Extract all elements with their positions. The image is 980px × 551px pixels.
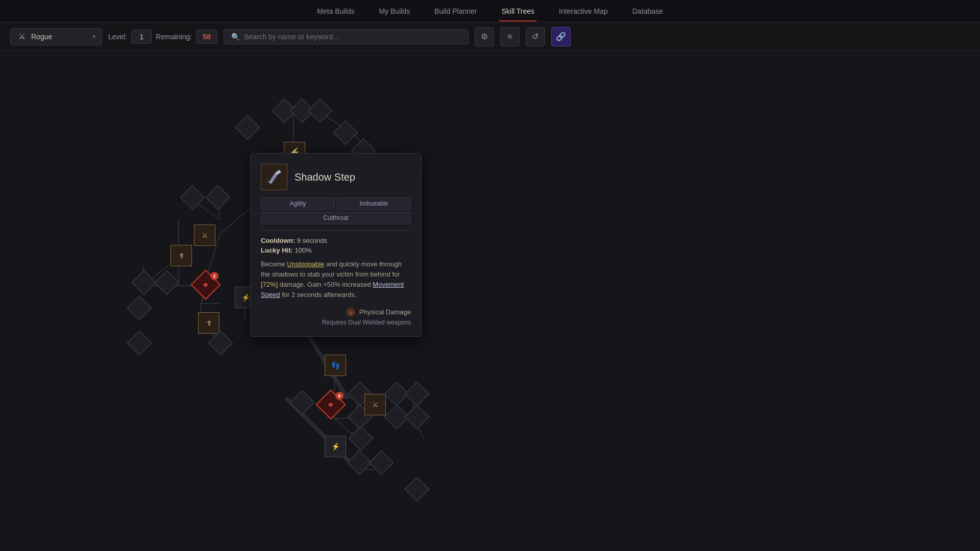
tooltip-tag-agility: Agility bbox=[261, 197, 335, 210]
chevron-down-icon: ▾ bbox=[93, 34, 95, 39]
skill-node[interactable]: 🗡 bbox=[170, 245, 192, 266]
physical-damage-icon: ☠ bbox=[346, 308, 355, 317]
reset-icon: ↺ bbox=[532, 32, 538, 41]
skill-node[interactable] bbox=[408, 385, 426, 403]
skill-node[interactable] bbox=[239, 119, 256, 136]
skill-node[interactable] bbox=[131, 334, 148, 352]
nav-database[interactable]: Database bbox=[630, 7, 665, 15]
shadow-step-node[interactable]: 👣 bbox=[325, 355, 346, 376]
top-nav: Meta Builds My Builds Build Planner Skil… bbox=[0, 0, 980, 22]
skill-node[interactable] bbox=[135, 274, 153, 291]
class-selector[interactable]: ⚔ Rogue ▾ bbox=[10, 28, 102, 45]
skill-node[interactable] bbox=[352, 430, 370, 447]
svg-text:☠: ☠ bbox=[349, 310, 352, 315]
rogue-class-icon: ⚔ bbox=[17, 32, 27, 42]
skill-node[interactable] bbox=[408, 481, 426, 498]
tooltip-description: Become Unstoppable and quickly move thro… bbox=[261, 259, 411, 300]
nav-meta-builds[interactable]: Meta Builds bbox=[315, 7, 356, 15]
list-button[interactable]: ≡ bbox=[500, 27, 520, 46]
skill-tooltip: Shadow Step Agility Imbueable Cutthroat … bbox=[250, 153, 422, 337]
tooltip-cooldown: Cooldown: 9 seconds bbox=[261, 237, 411, 244]
reset-button[interactable]: ↺ bbox=[526, 27, 545, 46]
tooltip-footer: ☠ Physical Damage Requires Dual Wielded … bbox=[261, 308, 411, 326]
tooltip-bracket-value: [72%] bbox=[261, 281, 278, 288]
skill-node[interactable] bbox=[209, 189, 227, 206]
skill-node[interactable] bbox=[293, 394, 311, 411]
nav-build-planner[interactable]: Build Planner bbox=[432, 7, 479, 15]
link-button[interactable]: 🔗 bbox=[551, 27, 571, 46]
tooltip-desc-before: Become bbox=[261, 260, 287, 268]
tooltip-tag-imbueable: Imbueable bbox=[337, 197, 411, 210]
list-icon: ≡ bbox=[507, 32, 512, 41]
skill-node[interactable] bbox=[337, 124, 354, 141]
search-input[interactable] bbox=[244, 33, 461, 41]
level-value: 1 bbox=[131, 30, 152, 44]
class-label: Rogue bbox=[31, 33, 89, 41]
filter-button[interactable]: ⚙ bbox=[475, 27, 494, 46]
remaining-label: Remaining: bbox=[156, 33, 192, 41]
nav-skill-trees[interactable]: Skill Trees bbox=[499, 7, 536, 15]
tooltip-damage-label: Physical Damage bbox=[359, 308, 411, 316]
level-section: Level: 1 Remaining: 58 bbox=[108, 30, 217, 44]
tooltip-desc-mid: damage. Gain +50% increased bbox=[278, 281, 373, 288]
skill-node[interactable] bbox=[388, 408, 405, 425]
search-icon: 🔍 bbox=[231, 33, 240, 41]
tooltip-damage-type: ☠ Physical Damage bbox=[346, 308, 411, 317]
tooltip-tag-cutthroat: Cutthroat bbox=[261, 212, 411, 224]
skill-node[interactable] bbox=[158, 274, 176, 291]
level-label: Level: bbox=[108, 33, 127, 41]
nav-my-builds[interactable]: My Builds bbox=[377, 7, 412, 15]
skill-node[interactable]: 🗡 bbox=[198, 312, 219, 334]
skill-node[interactable] bbox=[311, 102, 329, 119]
link-icon: 🔗 bbox=[556, 32, 566, 41]
active-skill-node[interactable]: ❖ 2 bbox=[195, 274, 216, 295]
tooltip-title: Shadow Step bbox=[295, 171, 355, 183]
skill-node[interactable] bbox=[184, 189, 201, 206]
tooltip-header: Shadow Step bbox=[261, 164, 411, 190]
tooltip-unstoppable-link: Unstoppable bbox=[287, 260, 324, 268]
filter-icon: ⚙ bbox=[481, 32, 488, 41]
toolbar: ⚔ Rogue ▾ Level: 1 Remaining: 58 🔍 ⚙ ≡ ↺… bbox=[0, 22, 980, 51]
tooltip-lucky-hit: Lucky Hit: 100% bbox=[261, 246, 411, 254]
tooltip-requires: Requires Dual Wielded weapons bbox=[322, 319, 411, 326]
tooltip-divider bbox=[261, 230, 411, 231]
remaining-value: 58 bbox=[196, 30, 217, 44]
active-skill-node-2[interactable]: ❖ 6 bbox=[320, 394, 341, 415]
skill-node[interactable] bbox=[212, 334, 229, 352]
skill-node[interactable]: ⚔ bbox=[364, 394, 386, 415]
tooltip-skill-icon bbox=[261, 164, 287, 190]
skill-node[interactable] bbox=[408, 408, 426, 425]
search-bar[interactable]: 🔍 bbox=[224, 29, 469, 44]
skill-node[interactable]: ⚡ bbox=[325, 436, 346, 457]
nav-interactive-map[interactable]: Interactive Map bbox=[557, 7, 610, 15]
skill-node[interactable] bbox=[388, 385, 405, 403]
skill-node[interactable] bbox=[373, 454, 390, 471]
skill-node[interactable] bbox=[131, 299, 148, 317]
tooltip-tags: Agility Imbueable Cutthroat bbox=[261, 197, 411, 224]
tooltip-desc-end: for 2 seconds afterwards. bbox=[280, 291, 357, 298]
skill-tree-canvas: ⚡ ⚔ 🗡 ❖ 2 ⚡ bbox=[0, 51, 980, 551]
skill-node[interactable]: ⚔ bbox=[194, 224, 215, 246]
skill-node[interactable] bbox=[351, 454, 368, 471]
